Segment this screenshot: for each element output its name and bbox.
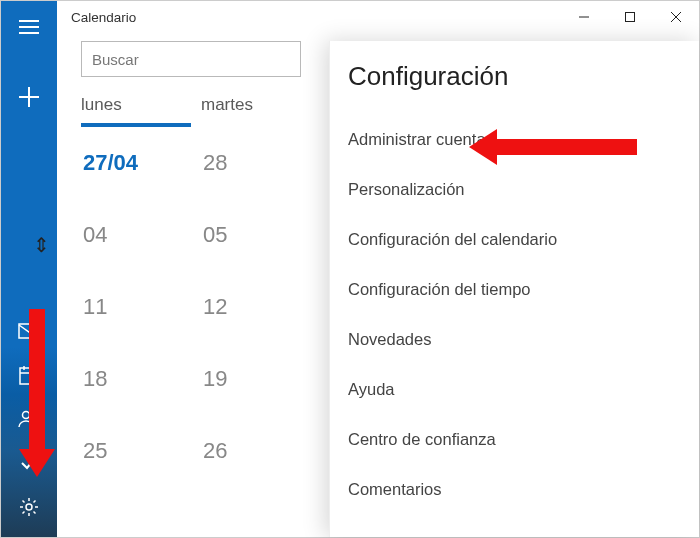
menu-button[interactable] bbox=[1, 7, 57, 51]
date-cell[interactable]: 19 bbox=[201, 343, 321, 415]
main-area: Calendario Buscar lunes martes bbox=[57, 1, 699, 537]
date-cell[interactable]: 04 bbox=[81, 199, 201, 271]
settings-item[interactable]: Novedades bbox=[348, 314, 677, 364]
annotation-arrow-settings-icon bbox=[19, 309, 55, 477]
settings-item[interactable]: Ayuda bbox=[348, 364, 677, 414]
date-cell[interactable]: 12 bbox=[201, 271, 321, 343]
close-button[interactable] bbox=[653, 1, 699, 33]
minimize-button[interactable] bbox=[561, 1, 607, 33]
settings-item[interactable]: Configuración del tiempo bbox=[348, 264, 677, 314]
settings-button[interactable] bbox=[1, 487, 57, 531]
settings-item[interactable]: Comentarios bbox=[348, 464, 677, 514]
date-cell[interactable]: 27/04 bbox=[81, 127, 201, 199]
day-header-mon[interactable]: lunes bbox=[81, 83, 201, 127]
settings-item[interactable]: Personalización bbox=[348, 164, 677, 214]
settings-title: Configuración bbox=[348, 61, 677, 92]
svg-rect-14 bbox=[626, 13, 635, 22]
settings-item[interactable]: Centro de confianza bbox=[348, 414, 677, 464]
settings-icon bbox=[19, 497, 39, 521]
date-cell[interactable]: 18 bbox=[81, 343, 201, 415]
resize-handle-icon[interactable]: ⇕ bbox=[33, 233, 50, 257]
settings-item[interactable]: Configuración del calendario bbox=[348, 214, 677, 264]
app-title: Calendario bbox=[71, 10, 136, 25]
window-controls bbox=[561, 1, 699, 33]
maximize-button[interactable] bbox=[607, 1, 653, 33]
search-input[interactable]: Buscar bbox=[81, 41, 301, 77]
day-header-tue[interactable]: martes bbox=[201, 83, 321, 127]
date-cell[interactable]: 26 bbox=[201, 415, 321, 487]
date-cell[interactable]: 11 bbox=[81, 271, 201, 343]
annotation-arrow-manage-accounts bbox=[469, 129, 637, 165]
settings-panel: Configuración Administrar cuentasPersona… bbox=[329, 41, 699, 537]
add-event-button[interactable] bbox=[1, 77, 57, 121]
app-window: Calendario Buscar lunes martes bbox=[0, 0, 700, 538]
settings-list: Administrar cuentasPersonalizaciónConfig… bbox=[348, 114, 677, 514]
title-bar: Calendario bbox=[57, 1, 699, 33]
search-placeholder: Buscar bbox=[92, 51, 139, 68]
date-cell[interactable]: 25 bbox=[81, 415, 201, 487]
add-icon bbox=[18, 86, 40, 112]
date-cell[interactable]: 05 bbox=[201, 199, 321, 271]
menu-icon bbox=[19, 19, 39, 39]
date-cell[interactable]: 28 bbox=[201, 127, 321, 199]
svg-point-12 bbox=[26, 504, 32, 510]
